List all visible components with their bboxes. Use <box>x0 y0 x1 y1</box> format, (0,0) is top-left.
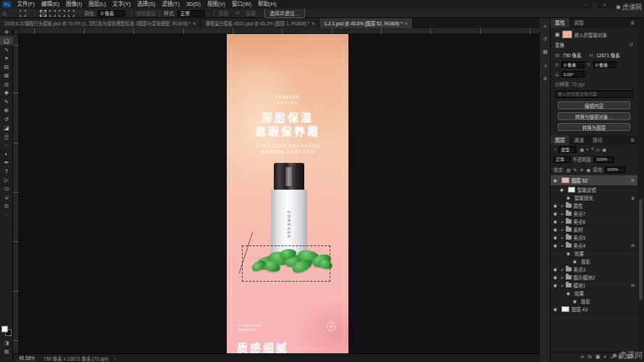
visibility-eye-icon[interactable]: ◉ <box>553 211 559 216</box>
卖点5[interactable]: ◉ ▸ 卖点5 fx <box>551 234 637 242</box>
select-and-mask-button[interactable]: 选择并遮住… <box>264 8 305 18</box>
crop-tool[interactable]: ⊟ <box>0 62 13 71</box>
visibility-eye-icon[interactable]: ◉ <box>553 203 559 208</box>
layer-thumbnail[interactable] <box>561 177 569 183</box>
图层 52[interactable]: ◉ ▸ 图层 52 fx <box>551 175 637 186</box>
fx-badge[interactable]: fx <box>631 178 635 182</box>
expand-arrow-icon[interactable]: ▸ <box>561 283 564 287</box>
visibility-eye-icon[interactable]: ◉ <box>553 235 559 240</box>
卖点7[interactable]: ◉ ▸ 卖点7 fx <box>551 210 637 218</box>
visibility-eye-icon[interactable]: ◉ <box>566 291 572 295</box>
shape-filter-icon[interactable]: ▭ <box>595 147 601 152</box>
panel-scrollbar[interactable] <box>637 18 644 362</box>
canvas-document[interactable]: ZONESEE 深层修护系列 深层保湿 遮瑕保养霜 专为亚洲肌肤研制 深层补水锁… <box>227 34 348 353</box>
screen-mode-icon[interactable]: ▤ <box>0 349 13 355</box>
collapse-dock-icon[interactable]: « <box>540 21 551 31</box>
canvas-pasteboard[interactable]: ZONESEE 深层修护系列 深层保湿 遮瑕保养霜 专为亚洲肌肤研制 深层补水锁… <box>13 34 540 353</box>
layer-style-icon[interactable]: fx <box>588 354 592 359</box>
属性[interactable]: ◉ ▸ 属性 fx <box>551 202 637 210</box>
status-expand-icon[interactable]: 〉 <box>114 355 119 362</box>
new-layer-icon[interactable]: ⊞ <box>618 354 622 360</box>
menu-item[interactable]: 文件(F) <box>14 0 38 9</box>
type-tool[interactable]: T <box>0 167 13 175</box>
visibility-eye-icon[interactable]: ◉ <box>566 251 572 256</box>
expand-arrow-icon[interactable]: ▸ <box>561 267 564 272</box>
reset-transform-icon[interactable]: ↺ <box>630 42 633 48</box>
visibility-eye-icon[interactable]: ◉ <box>553 275 559 279</box>
menu-item[interactable]: 滤镜(T) <box>159 0 183 9</box>
panel-menu-icon[interactable]: ≣ <box>630 20 637 26</box>
quick-select-tool[interactable]: ✶ <box>0 54 13 62</box>
lock-transparent-icon[interactable]: ▨ <box>566 167 572 172</box>
x-input[interactable]: 0 像素 <box>561 62 585 68</box>
zoom-tool[interactable]: ⊙ <box>0 201 13 210</box>
convert-layers-button[interactable]: 转换为图层 <box>558 123 630 131</box>
hand-tool[interactable]: ∪ <box>0 193 13 201</box>
scrollbar-thumb[interactable] <box>639 199 643 300</box>
tool-preset-icon[interactable] <box>20 10 26 17</box>
expand-arrow-icon[interactable]: ▸ <box>561 203 564 208</box>
feather-input[interactable]: 0 像素 <box>98 10 125 17</box>
menu-item[interactable]: 选择(S) <box>134 0 159 9</box>
layer-thumbnail[interactable] <box>561 306 569 312</box>
document-tab[interactable]: 2025.6.22课程行头模板.psd @ 70.0% (1, 洋红色与绿色搭配… <box>0 18 201 28</box>
expand-arrow-icon[interactable]: ▸ <box>561 275 564 279</box>
visibility-eye-icon[interactable]: ◉ <box>560 188 566 192</box>
brush-tool[interactable]: ✎ <box>0 97 13 106</box>
add-selection-icon[interactable] <box>49 10 56 17</box>
color-swatches[interactable] <box>1 326 12 336</box>
document-tab[interactable]: 课程留白模板-4521.psd @ 45.2% (图层 1, RGB/8) * … <box>201 18 319 28</box>
vertical-ruler[interactable] <box>13 34 19 353</box>
adjustment-layer-icon[interactable]: ◐ <box>604 354 607 359</box>
menu-item[interactable]: 帮助(H) <box>255 0 280 9</box>
pixel-filter-icon[interactable]: ▦ <box>580 147 585 152</box>
ruler-origin-box[interactable] <box>13 28 19 34</box>
blend-mode-select[interactable]: 正常 ⌄ <box>553 156 571 163</box>
效果[interactable]: ◉ ▸ 效果 fx <box>551 250 637 258</box>
clone-stamp-tool[interactable]: ⊕ <box>0 106 13 114</box>
eraser-tool[interactable]: ◪ <box>0 123 13 132</box>
close-tab-icon[interactable]: × <box>193 21 196 26</box>
visibility-eye-icon[interactable]: ◉ <box>553 178 559 182</box>
menu-item[interactable]: 视图(V) <box>204 0 228 9</box>
close-tab-icon[interactable]: × <box>311 21 314 26</box>
menu-item[interactable]: 窗口(W) <box>228 0 254 9</box>
filter-type-select[interactable]: 类型 ⌄ <box>559 146 576 153</box>
卖点6[interactable]: ◉ ▸ 卖点6 fx <box>551 218 637 226</box>
y-input[interactable]: 0 像素 <box>593 62 616 68</box>
lasso-tool[interactable]: ∿ <box>0 45 13 54</box>
fill-input[interactable]: 100% ⌄ <box>605 167 625 173</box>
intersect-selection-icon[interactable] <box>68 10 75 17</box>
menu-item[interactable]: 文字(Y) <box>109 0 134 9</box>
opacity-input[interactable]: 100% ⌄ <box>594 156 614 163</box>
tab-adjustments[interactable]: 调整 <box>569 18 588 28</box>
add-mask-icon[interactable]: ▣ <box>595 354 601 360</box>
fx-badge[interactable]: fx <box>631 243 635 248</box>
quick-mask-icon[interactable]: ◨ <box>0 340 13 346</box>
visibility-eye-icon[interactable]: ◉ <box>553 267 559 272</box>
maximize-icon[interactable]: ▢ <box>593 2 597 7</box>
expand-arrow-icon[interactable]: ▸ <box>561 235 564 240</box>
visibility-eye-icon[interactable]: ◉ <box>573 259 579 264</box>
foreground-color-swatch[interactable] <box>1 326 8 332</box>
卖点3[interactable]: ◉ ▸ 卖点3 fx <box>551 266 637 274</box>
图层 43[interactable]: ◉ ▸ 图层 43 fx <box>551 306 637 313</box>
menu-item[interactable]: 图像(I) <box>63 0 85 9</box>
move-tool[interactable]: ✛ <box>0 28 13 36</box>
frame-tool[interactable]: ⊠ <box>0 71 13 80</box>
模块1[interactable]: ◉ ▸ 模块1 fx <box>551 282 637 290</box>
投影[interactable]: ◉ ▸ 投影 fx <box>551 258 637 266</box>
history-panel-icon[interactable]: ↺ <box>540 34 551 44</box>
expand-arrow-icon[interactable]: ▸ <box>561 227 564 232</box>
convert-linked-button[interactable]: 转换为链接对象… <box>558 112 630 120</box>
angle-input[interactable]: 0.00° <box>561 71 585 77</box>
horizontal-ruler[interactable] <box>19 28 540 34</box>
antialias-checkbox[interactable]: 消除锯齿 <box>135 9 156 17</box>
menu-item[interactable]: 图层(L) <box>85 0 109 9</box>
width-value[interactable]: 790 像素 <box>563 51 582 59</box>
swatches-panel-icon[interactable]: ▤ <box>540 47 551 57</box>
expand-arrow-icon[interactable]: ▸ <box>561 243 564 248</box>
new-group-icon[interactable]: ▱ <box>611 354 614 360</box>
visibility-eye-icon[interactable]: ◉ <box>553 219 559 224</box>
智能滤镜[interactable]: ◉ ▸ 智能滤镜 fx <box>551 186 637 194</box>
